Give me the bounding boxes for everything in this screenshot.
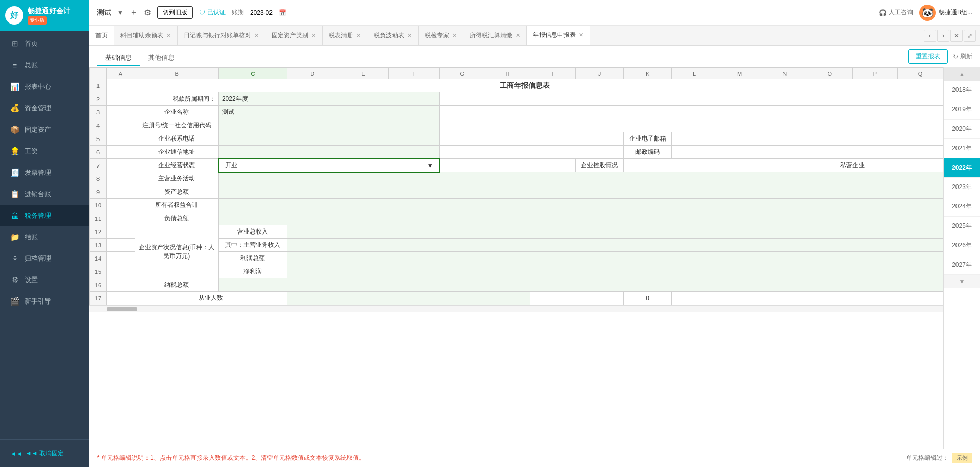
tab-next-button[interactable]: ›	[937, 30, 949, 42]
sidebar-item-归档管理[interactable]: 🗄 归档管理	[0, 248, 89, 269]
sidebar-icon: ≡	[10, 61, 19, 70]
dropdown-cell-7[interactable]: 开业▼	[218, 159, 439, 172]
cell-12-C[interactable]	[287, 225, 943, 239]
year-item-2022年[interactable]: 2022年	[944, 158, 980, 178]
sidebar-item-资金管理[interactable]: 💰 资金管理	[0, 98, 89, 119]
sidebar-item-新手引导[interactable]: 🎬 新手引导	[0, 291, 89, 312]
year-panel-scroll-up[interactable]: ▲	[944, 67, 980, 81]
tab-close-icon-4[interactable]: ✕	[356, 32, 361, 39]
tab-label: 科目辅助余额表	[120, 31, 163, 40]
cell-7-J: 企业控股情况	[575, 159, 623, 172]
col-header-K: K	[624, 68, 672, 79]
cell-17-C[interactable]	[287, 292, 530, 305]
sidebar-item-进销台账[interactable]: 📋 进销台账	[0, 183, 89, 205]
user-area[interactable]: 🐼 畅捷通B组...	[919, 5, 972, 21]
topbar-dropdown-icon[interactable]: ▼	[117, 9, 124, 16]
cell-7-K[interactable]	[624, 159, 762, 172]
pin-icon: ◄◄	[10, 450, 22, 457]
tab-close-button[interactable]: ✕	[950, 30, 963, 42]
cell-10-C[interactable]	[218, 199, 943, 212]
cell-14-C[interactable]	[287, 252, 943, 265]
tab-expand-button[interactable]: ⤢	[964, 30, 976, 42]
year-item-2021年[interactable]: 2021年	[944, 139, 980, 158]
year-item-2018年[interactable]: 2018年	[944, 81, 980, 100]
tab-close-icon-1[interactable]: ✕	[166, 32, 171, 39]
year-item-2025年[interactable]: 2025年	[944, 217, 980, 236]
horizontal-scrollbar[interactable]	[89, 305, 943, 312]
cell-11-C[interactable]	[218, 212, 943, 225]
refresh-button[interactable]: ↻ 刷新	[953, 52, 972, 61]
cell-9-C[interactable]	[218, 185, 943, 199]
sidebar-item-结账[interactable]: 📁 结账	[0, 226, 89, 248]
year-item-2027年[interactable]: 2027年	[944, 255, 980, 275]
year-item-2020年[interactable]: 2020年	[944, 120, 980, 139]
cell-2-C[interactable]: 2022年度	[218, 92, 439, 106]
tab-close-icon-6[interactable]: ✕	[452, 32, 457, 39]
sidebar-item-税务管理[interactable]: 🏛 税务管理	[0, 205, 89, 226]
tab-1[interactable]: 科目辅助余额表✕	[114, 26, 178, 45]
sidebar-label: 固定资产	[24, 125, 51, 134]
row-number-3: 3	[90, 106, 107, 119]
sidebar-nav: ⊞ 首页 ≡ 总账 📊 报表中心 💰 资金管理 📦 固定资产 👷 工资 🧾 发票…	[0, 31, 89, 439]
tab-8[interactable]: 年报信息申报表✕	[527, 26, 590, 45]
cell-6-C[interactable]	[218, 146, 439, 159]
reset-report-button[interactable]: 重置报表	[908, 49, 948, 64]
tab-5[interactable]: 税负波动表✕	[368, 26, 419, 45]
cell-6-K[interactable]	[672, 146, 943, 159]
sidebar-item-发票管理[interactable]: 🧾 发票管理	[0, 162, 89, 183]
cell-14-A	[107, 252, 135, 265]
year-panel: ▲ 2018年2019年2020年2021年2022年2023年2024年202…	[943, 67, 980, 449]
calendar-icon[interactable]: 📅	[279, 9, 286, 16]
cell-15-C[interactable]	[287, 265, 943, 278]
sub-tab-0[interactable]: 基础信息	[97, 50, 140, 66]
spreadsheet-container[interactable]: ABCDEFGHIJKLMNOPQ 1工商年报信息表2税款所属期间：2022年度…	[89, 67, 943, 449]
cell-13-C[interactable]	[287, 239, 943, 252]
tab-close-icon-2[interactable]: ✕	[254, 32, 259, 39]
tab-4[interactable]: 税表清册✕	[323, 26, 368, 45]
year-item-2019年[interactable]: 2019年	[944, 100, 980, 120]
cell-16-C[interactable]	[218, 278, 943, 292]
tab-7[interactable]: 所得税汇算清缴✕	[463, 26, 527, 45]
topbar-settings-icon[interactable]: ⚙	[144, 8, 151, 17]
sidebar-item-设置[interactable]: ⚙ 设置	[0, 269, 89, 291]
row-number-7: 7	[90, 159, 107, 172]
tab-prev-button[interactable]: ‹	[924, 30, 936, 42]
sidebar-item-总账[interactable]: ≡ 总账	[0, 55, 89, 76]
cell-4-C[interactable]	[218, 119, 439, 132]
cell-12-sub: 营业总收入	[218, 225, 287, 239]
tab-close-icon-8[interactable]: ✕	[579, 32, 583, 38]
table-row: 7企业经营状态开业▼企业控股情况私营企业	[90, 159, 943, 172]
cell-3-C[interactable]: 测试	[218, 106, 439, 119]
app-name: 畅捷通好会计	[28, 6, 70, 15]
tab-6[interactable]: 税检专家✕	[419, 26, 463, 45]
col-header-P: P	[852, 68, 898, 79]
pin-button[interactable]: ◄◄ ◄◄ 取消固定	[5, 445, 84, 462]
cell-8-C[interactable]	[218, 172, 943, 185]
year-item-2023年[interactable]: 2023年	[944, 178, 980, 197]
logo-area: 好 畅捷通好会计 专业版	[0, 0, 89, 31]
sub-tab-1[interactable]: 其他信息	[140, 50, 183, 66]
sidebar-item-报表中心[interactable]: 📊 报表中心	[0, 76, 89, 98]
sidebar-item-工资[interactable]: 👷 工资	[0, 141, 89, 162]
sidebar-label: 总账	[24, 61, 38, 70]
service-button[interactable]: 🎧 人工咨询	[879, 8, 913, 17]
topbar-add-button[interactable]: ＋	[130, 7, 138, 18]
sidebar-item-首页[interactable]: ⊞ 首页	[0, 33, 89, 55]
sidebar-icon: 🏛	[10, 211, 19, 220]
table-row: 9资产总额	[90, 185, 943, 199]
tab-0[interactable]: 首页	[89, 26, 114, 45]
year-item-2026年[interactable]: 2026年	[944, 236, 980, 255]
tab-2[interactable]: 日记账与银行对账单核对✕	[178, 26, 265, 45]
cell-5-K[interactable]	[672, 132, 943, 146]
year-panel-scroll-down[interactable]: ▼	[944, 275, 980, 288]
year-item-2024年[interactable]: 2024年	[944, 197, 980, 217]
old-version-button[interactable]: 切到旧版	[157, 6, 193, 19]
tab-close-icon-7[interactable]: ✕	[516, 32, 520, 39]
cell-5-A	[107, 132, 135, 146]
sidebar-item-固定资产[interactable]: 📦 固定资产	[0, 119, 89, 141]
tab-close-icon-3[interactable]: ✕	[311, 32, 316, 39]
sidebar: 好 畅捷通好会计 专业版 ⊞ 首页 ≡ 总账 📊 报表中心 💰 资金管理 📦 固…	[0, 0, 89, 467]
tab-3[interactable]: 固定资产类别✕	[265, 26, 323, 45]
tab-close-icon-5[interactable]: ✕	[407, 32, 412, 39]
cell-5-C[interactable]	[218, 132, 439, 146]
